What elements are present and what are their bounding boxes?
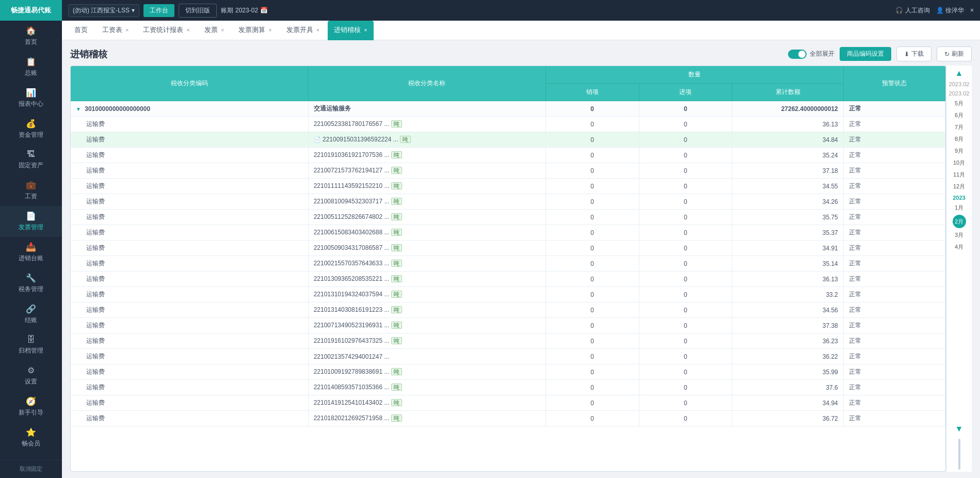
ledger-icon: 📋 (26, 57, 36, 67)
tab-invoice-calc[interactable]: 发票测算 × (232, 21, 278, 40)
month-7[interactable]: 7月 (946, 121, 972, 133)
month-3[interactable]: 3月 (946, 229, 972, 241)
month-6[interactable]: 6月 (946, 109, 972, 121)
member-icon: ⭐ (26, 427, 36, 437)
tabbar: 首页 工资表 × 工资统计报表 × 发票 × 发票测算 × 发票开具 × (62, 21, 980, 40)
tab-payroll[interactable]: 工资表 × (96, 21, 135, 40)
sidebar-item-settings[interactable]: ⚙ 设置 (0, 360, 62, 391)
sidebar-item-member[interactable]: ⭐ 畅会员 (0, 422, 62, 453)
row-invoice-no: 22100615083403402688 ... 吨 (308, 225, 545, 241)
workbench-button[interactable]: 工作台 (143, 4, 174, 17)
tab-invoice-close[interactable]: × (221, 27, 224, 33)
row-total: 33.2 (732, 287, 843, 302)
row-total: 37.6 (732, 380, 843, 395)
home-icon: 🏠 (26, 26, 36, 36)
row-status: 正常 (843, 241, 945, 256)
tab-home[interactable]: 首页 (68, 21, 94, 40)
row-invoice-no: 22100511252826674802 ... 吨 (308, 210, 545, 225)
tab-invoice-issue[interactable]: 发票开具 × (280, 21, 326, 40)
tab-payroll-stats[interactable]: 工资统计报表 × (137, 21, 196, 40)
toggle-switch[interactable] (788, 50, 807, 59)
row-status: 正常 (843, 210, 945, 225)
switch-version-button[interactable]: 切到旧版 (179, 4, 217, 18)
row-sales: 0 (545, 225, 639, 241)
month-12[interactable]: 12月 (946, 181, 972, 193)
period-calendar-icon[interactable]: 📅 (260, 7, 268, 14)
unit-tag: 吨 (391, 120, 402, 128)
row-status: 正常 (843, 194, 945, 210)
close-button[interactable]: × (970, 7, 974, 14)
sidebar-item-guide[interactable]: 🧭 新手引导 (0, 391, 62, 422)
row-invoice-no: 22101310194324037594 ... 吨 (308, 287, 545, 302)
product-code-settings-button[interactable]: 商品编码设置 (840, 47, 891, 61)
row-invoice-no: 📄 22100915031396592224 ... 吨 (308, 132, 545, 148)
unit-tag: 吨 (391, 151, 402, 158)
sidebar-item-finance[interactable]: 💰 资金管理 (0, 114, 62, 145)
panel-up-arrow[interactable]: ▲ (954, 68, 965, 79)
sidebar-item-invoice-mgmt[interactable]: 📄 发票管理 (0, 206, 62, 237)
tab-sales-audit[interactable]: 进销稽核 × (328, 21, 373, 40)
col-header-name: 税收分类名称 (308, 66, 545, 101)
file-icon: 📄 (314, 136, 321, 142)
row-item: 运输费 (71, 411, 308, 426)
invoice-mgmt-icon: 📄 (26, 211, 36, 221)
sidebar-item-tax[interactable]: 🔧 税务管理 (0, 268, 62, 299)
table-row: 运输费 22100213574294001247 ... 0 0 36.22 正… (71, 349, 945, 364)
month-8[interactable]: 8月 (946, 133, 972, 145)
row-sales: 0 (545, 148, 639, 163)
unpin-sidebar[interactable]: 取消固定 (0, 459, 62, 478)
month-9[interactable]: 9月 (946, 145, 972, 157)
download-button[interactable]: ⬇ 下载 (896, 46, 931, 61)
refresh-icon: ↻ (944, 51, 950, 58)
row-item: 运输费 (71, 225, 308, 241)
tab-invoice[interactable]: 发票 × (198, 21, 230, 40)
unit-tag: 吨 (391, 399, 402, 406)
sidebar-item-assets[interactable]: 🏗 固定资产 (0, 145, 62, 175)
row-item: 运输费 (71, 210, 308, 225)
collapse-icon[interactable]: ▼ (76, 106, 81, 112)
sidebar-item-ledger[interactable]: 📋 总账 (0, 52, 62, 83)
help-button[interactable]: 🎧 人工咨询 (895, 6, 929, 15)
row-invoice-no: 22101916102976437325 ... 吨 (308, 333, 545, 349)
sidebar-item-close-period[interactable]: 🔗 结账 (0, 299, 62, 330)
tab-payroll-close[interactable]: × (125, 27, 128, 33)
row-item: 运输费 (71, 318, 308, 333)
refresh-button[interactable]: ↻ 刷新 (937, 46, 972, 61)
table-row: ▼ 3010000000000000000 交通运输服务 0 0 27262.4… (71, 101, 945, 117)
sidebar-item-reports[interactable]: 📊 报表中心 (0, 83, 62, 114)
tab-sales-audit-close[interactable]: × (364, 27, 367, 33)
row-item: 运输费 (71, 117, 308, 132)
panel-down-arrow[interactable]: ▼ (954, 423, 965, 435)
unit-tag: 吨 (391, 306, 402, 313)
row-sales: 0 (545, 364, 639, 380)
row-total: 34.56 (732, 302, 843, 318)
sidebar-item-label: 报表中心 (19, 100, 43, 108)
row-purchase: 0 (639, 364, 732, 380)
row-purchase: 0 (639, 163, 732, 179)
sidebar-item-sales-ledger[interactable]: 📥 进销台账 (0, 237, 62, 268)
table-row: 运输费 22100523381780176567 ... 吨 0 0 36.13… (71, 117, 945, 132)
table-row: 运输费 22100509034317086587 ... 吨 0 0 34.91… (71, 241, 945, 256)
sidebar-item-home[interactable]: 🏠 首页 (0, 21, 62, 52)
month-2-active[interactable]: 2月 (953, 215, 966, 228)
tab-invoice-issue-close[interactable]: × (316, 27, 319, 33)
tab-payroll-stats-close[interactable]: × (186, 27, 189, 33)
month-11[interactable]: 11月 (946, 169, 972, 181)
company-selector[interactable]: (勿动) 江西报宝-LSS ▾ (68, 4, 139, 17)
tab-invoice-calc-close[interactable]: × (268, 27, 271, 33)
download-icon: ⬇ (904, 51, 909, 58)
month-10[interactable]: 10月 (946, 157, 972, 169)
month-5[interactable]: 5月 (946, 98, 972, 109)
row-total: 36.13 (732, 117, 843, 132)
expand-all-toggle[interactable]: 全部展开 (788, 50, 834, 59)
month-1[interactable]: 1月 (946, 202, 972, 214)
sidebar-item-label: 发票管理 (19, 223, 43, 232)
row-purchase: 0 (639, 210, 732, 225)
sidebar-item-archive[interactable]: 🗄 归档管理 (0, 330, 62, 360)
unit-tag: 吨 (391, 384, 402, 391)
sidebar-item-payroll[interactable]: 💼 工资 (0, 175, 62, 206)
unit-tag: 吨 (400, 136, 411, 143)
tab-payroll-stats-label: 工资统计报表 (143, 25, 183, 35)
month-4[interactable]: 4月 (946, 241, 972, 253)
user-info[interactable]: 👤 徐淬华 (936, 6, 964, 15)
